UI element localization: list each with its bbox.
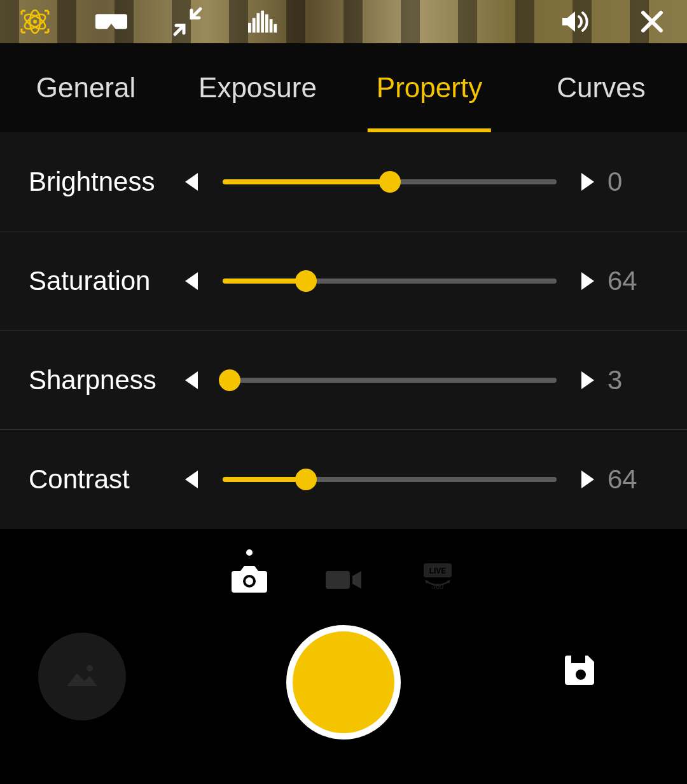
gallery-button[interactable] (38, 633, 126, 720)
svg-rect-4 (248, 23, 251, 32)
svg-point-20 (576, 670, 586, 680)
collapse-icon[interactable] (172, 10, 204, 33)
contrast-increase-button[interactable] (576, 469, 601, 490)
tab-curves[interactable]: Curves (515, 43, 687, 132)
save-button[interactable] (564, 652, 598, 689)
histogram-icon[interactable] (248, 10, 280, 33)
settings-tabs: General Exposure Property Curves (0, 43, 687, 132)
svg-text:LIVE: LIVE (429, 567, 447, 575)
brightness-slider[interactable] (204, 179, 576, 184)
brightness-label: Brightness (29, 167, 178, 197)
sharpness-slider[interactable] (204, 378, 576, 383)
svg-rect-6 (256, 13, 260, 33)
volume-icon[interactable] (560, 10, 592, 33)
saturation-label: Saturation (29, 266, 178, 296)
tab-general[interactable]: General (0, 43, 172, 132)
image-placeholder-icon (63, 661, 101, 692)
contrast-row: Contrast 64 (0, 430, 687, 529)
sharpness-decrease-button[interactable] (178, 370, 204, 390)
svg-point-3 (33, 20, 37, 24)
svg-rect-10 (274, 24, 277, 32)
saturation-value: 64 (607, 266, 658, 296)
svg-rect-8 (265, 14, 268, 32)
brightness-value: 0 (607, 167, 658, 197)
tab-property[interactable]: Property (344, 43, 515, 132)
svg-text:360: 360 (432, 582, 443, 590)
video-camera-icon (324, 567, 363, 593)
contrast-decrease-button[interactable] (178, 469, 204, 490)
svg-rect-13 (326, 571, 350, 589)
svg-rect-9 (270, 19, 273, 32)
sharpness-row: Sharpness 3 (0, 331, 687, 430)
brightness-decrease-button[interactable] (178, 172, 204, 192)
camera-preview-strip (0, 0, 687, 43)
capture-bar: LIVE 360 (0, 529, 687, 784)
brightness-row: Brightness 0 (0, 132, 687, 231)
property-sliders: Brightness 0 Saturation 64 (0, 132, 687, 529)
svg-rect-5 (253, 18, 256, 32)
svg-rect-21 (571, 656, 585, 663)
contrast-label: Contrast (29, 464, 178, 495)
saturation-decrease-button[interactable] (178, 271, 204, 291)
live360-mode-button[interactable]: LIVE 360 (420, 548, 455, 593)
photo-mode-button[interactable] (232, 549, 267, 593)
sharpness-label: Sharpness (29, 365, 178, 395)
sharpness-value: 3 (607, 365, 658, 395)
camera-icon (232, 563, 267, 593)
close-icon[interactable] (636, 10, 668, 33)
saturation-slider[interactable] (204, 279, 576, 284)
brightness-increase-button[interactable] (576, 172, 601, 192)
vr-headset-icon[interactable] (95, 10, 127, 33)
saturation-increase-button[interactable] (576, 271, 601, 291)
shutter-button[interactable] (286, 625, 401, 739)
svg-rect-7 (261, 11, 264, 33)
save-icon (564, 652, 598, 686)
atom-icon[interactable] (19, 10, 51, 33)
svg-point-12 (246, 577, 253, 585)
contrast-slider[interactable] (204, 477, 576, 482)
tab-exposure[interactable]: Exposure (172, 43, 344, 132)
svg-point-19 (87, 665, 93, 671)
sharpness-increase-button[interactable] (576, 370, 601, 390)
contrast-value: 64 (607, 464, 658, 495)
saturation-row: Saturation 64 (0, 231, 687, 331)
live360-icon: LIVE 360 (420, 562, 455, 593)
video-mode-button[interactable] (324, 553, 363, 593)
active-mode-indicator-icon (246, 549, 253, 556)
